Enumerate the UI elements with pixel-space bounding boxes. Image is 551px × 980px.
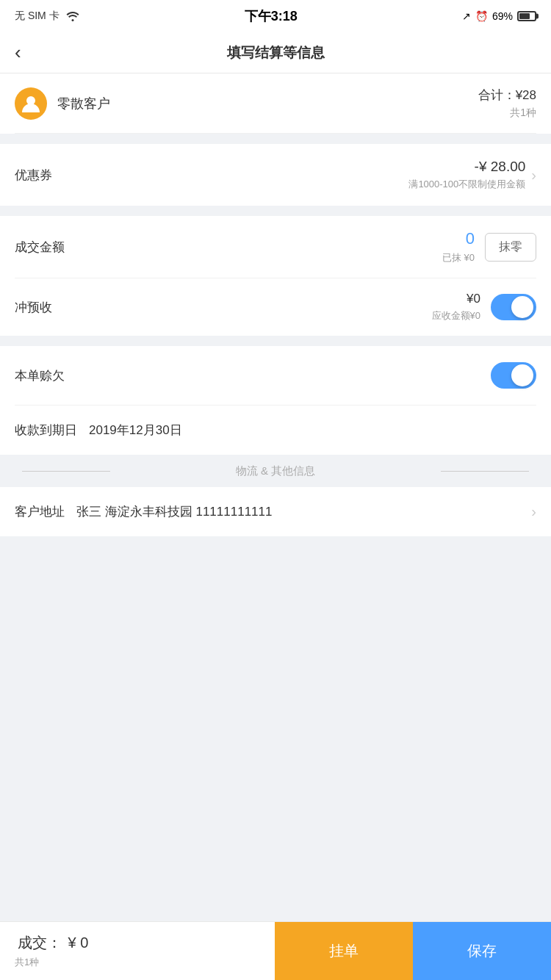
logistics-divider: 物流 & 其他信息 bbox=[0, 455, 551, 487]
deal-amount-row: 成交金额 0 已抹 ¥0 抹零 bbox=[15, 216, 536, 278]
precollect-label: 冲预收 bbox=[15, 299, 52, 316]
status-left: 无 SIM 卡 bbox=[15, 10, 80, 24]
precollect-values: ¥0 应收金额¥0 bbox=[432, 292, 480, 323]
no-sim-text: 无 SIM 卡 bbox=[15, 10, 60, 23]
due-date-row: 收款到期日 2019年12月30日 bbox=[15, 406, 536, 455]
address-row[interactable]: 客户地址 张三 海淀永丰科技园 11111111111 › bbox=[15, 487, 536, 536]
coupon-chevron-icon: › bbox=[531, 167, 536, 184]
nav-bar: ‹ 填写结算等信息 bbox=[0, 32, 551, 73]
save-button[interactable]: 保存 bbox=[413, 922, 551, 981]
coupon-right[interactable]: -¥ 28.00 满1000-100不限制使用金额 › bbox=[408, 159, 536, 191]
debt-row: 本单赊欠 bbox=[15, 346, 536, 406]
status-time: 下午3:18 bbox=[245, 7, 298, 25]
coupon-section[interactable]: 优惠券 -¥ 28.00 满1000-100不限制使用金额 › bbox=[0, 144, 551, 206]
status-bar: 无 SIM 卡 下午3:18 ↗ ⏰ 69% bbox=[0, 0, 551, 32]
coupon-label: 优惠券 bbox=[15, 167, 52, 184]
wifi-icon bbox=[65, 10, 80, 24]
status-right: ↗ ⏰ 69% bbox=[462, 10, 536, 22]
debt-section: 本单赊欠 收款到期日 2019年12月30日 bbox=[0, 346, 551, 455]
coupon-info: -¥ 28.00 满1000-100不限制使用金额 bbox=[408, 159, 525, 191]
customer-section: 零散客户 合计：¥28 共1种 bbox=[0, 73, 551, 134]
customer-right: 合计：¥28 共1种 bbox=[478, 87, 536, 120]
location-icon: ↗ bbox=[462, 10, 471, 22]
bottom-bar: 成交： ¥ 0 共1种 挂单 保存 bbox=[0, 921, 551, 980]
precollect-right: ¥0 应收金额¥0 bbox=[432, 292, 536, 323]
debt-toggle-knob bbox=[511, 364, 533, 386]
debt-toggle[interactable] bbox=[491, 362, 536, 389]
back-button[interactable]: ‹ bbox=[15, 41, 21, 64]
debt-label: 本单赊欠 bbox=[15, 367, 65, 384]
bottom-info: 成交： ¥ 0 共1种 bbox=[0, 933, 275, 969]
address-chevron-icon: › bbox=[531, 503, 536, 520]
bottom-deal-value: ¥ 0 bbox=[68, 934, 88, 951]
customer-total: 合计：¥28 bbox=[478, 87, 536, 104]
deal-amount-value: 0 bbox=[442, 229, 475, 248]
bottom-count: 共1种 bbox=[15, 956, 260, 969]
coupon-amount: -¥ 28.00 bbox=[408, 159, 525, 175]
bottom-spacer bbox=[0, 536, 551, 683]
precollect-sub: 应收金额¥0 bbox=[432, 309, 480, 323]
logistics-text: 物流 & 其他信息 bbox=[228, 464, 323, 478]
address-label: 客户地址 bbox=[15, 503, 65, 520]
page-title: 填写结算等信息 bbox=[227, 43, 325, 62]
bottom-deal-label: 成交： bbox=[18, 934, 62, 951]
divider-1 bbox=[0, 134, 551, 144]
address-section[interactable]: 客户地址 张三 海淀永丰科技园 11111111111 › bbox=[0, 487, 551, 536]
coupon-desc: 满1000-100不限制使用金额 bbox=[408, 178, 525, 191]
battery-percent: 69% bbox=[492, 10, 513, 22]
customer-name: 零散客户 bbox=[57, 95, 110, 112]
hang-order-button[interactable]: 挂单 bbox=[275, 922, 413, 981]
alarm-icon: ⏰ bbox=[475, 10, 488, 22]
customer-avatar bbox=[15, 87, 47, 120]
toggle-knob bbox=[511, 296, 533, 318]
customer-left: 零散客户 bbox=[15, 87, 110, 120]
address-value: 张三 海淀永丰科技园 11111111111 bbox=[76, 503, 272, 520]
deal-amount-sub: 已抹 ¥0 bbox=[442, 251, 475, 264]
deal-amount-right: 0 已抹 ¥0 抹零 bbox=[442, 229, 536, 264]
precollect-main: ¥0 bbox=[432, 292, 480, 306]
battery-icon bbox=[517, 11, 536, 21]
due-date-value: 2019年12月30日 bbox=[89, 422, 182, 439]
divider-2 bbox=[0, 206, 551, 216]
coupon-row[interactable]: 优惠券 -¥ 28.00 满1000-100不限制使用金额 › bbox=[15, 144, 536, 206]
precollect-row: 冲预收 ¥0 应收金额¥0 bbox=[15, 278, 536, 336]
divider-3 bbox=[0, 336, 551, 346]
round-off-button[interactable]: 抹零 bbox=[485, 233, 536, 262]
amount-section: 成交金额 0 已抹 ¥0 抹零 冲预收 ¥0 应收金额¥0 bbox=[0, 216, 551, 336]
address-left: 客户地址 张三 海淀永丰科技园 11111111111 bbox=[15, 503, 272, 520]
deal-amount-label: 成交金额 bbox=[15, 239, 65, 256]
customer-count: 共1种 bbox=[478, 107, 536, 120]
amount-value-col: 0 已抹 ¥0 bbox=[442, 229, 475, 264]
precollect-toggle[interactable] bbox=[491, 294, 536, 320]
bottom-deal-text: 成交： ¥ 0 bbox=[15, 933, 260, 953]
due-date-label: 收款到期日 bbox=[15, 422, 77, 439]
customer-row: 零散客户 合计：¥28 共1种 bbox=[15, 73, 536, 134]
